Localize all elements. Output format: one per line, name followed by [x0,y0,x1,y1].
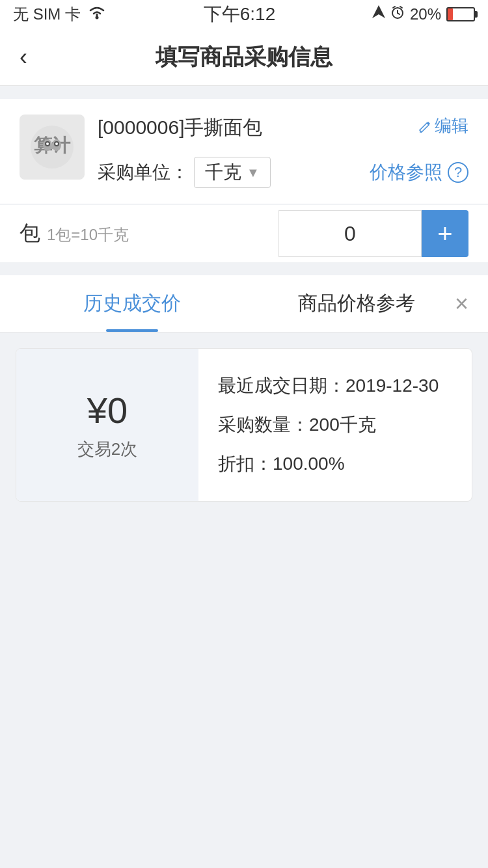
svg-line-6 [400,7,402,8]
tab-product-label: 商品价格参考 [298,290,415,317]
unit-select-dropdown[interactable]: 千克 ▼ [194,157,271,188]
price-ref-label: 价格参照 [370,160,442,185]
product-name-row: [0000006]手撕面包 编辑 [98,115,468,141]
price-value: 0 [107,390,128,431]
unit-value: 千克 [205,160,241,185]
history-price-card: ¥0 交易2次 最近成交日期：2019-12-30 采购数量：200千克 折扣：… [16,348,472,502]
discount-label: 折扣： [218,454,273,474]
wifi-icon [87,5,107,23]
chevron-down-icon: ▼ [247,165,260,180]
tab-close-button[interactable]: × [448,284,475,324]
tab-history-price[interactable]: 历史成交价 [20,275,244,332]
tab-history-label: 历史成交价 [83,290,181,317]
quantity-input[interactable]: 0 [278,210,422,257]
quantity-controls: 0 + [278,210,468,257]
history-price-left: ¥0 交易2次 [16,349,198,501]
quantity-section: 包 1包=10千克 0 + [0,205,488,262]
product-card: 算计 [0000006]手撕面包 [0,99,488,204]
product-header: 算计 [0000006]手撕面包 [20,115,468,188]
nav-bar: ‹ 填写商品采购信息 [0,29,488,86]
unit-label: 采购单位： [98,160,189,185]
edit-label: 编辑 [435,115,468,137]
status-left: 无 SIM 卡 [13,4,107,25]
help-symbol: ? [454,164,462,181]
gps-icon [372,5,385,23]
svg-point-13 [46,142,49,145]
product-image: 算计 [29,124,75,170]
tabs-section: 历史成交价 商品价格参考 × [0,275,488,332]
time-display: 下午6:12 [204,2,276,27]
product-thumbnail: 算计 [20,115,85,180]
price-reference-button[interactable]: 价格参照 ? [370,160,468,185]
svg-line-5 [393,7,395,8]
page-title: 填写商品采购信息 [156,42,332,72]
plus-icon: + [437,219,452,249]
purchase-qty-label: 采购数量： [218,414,309,435]
status-bar: 无 SIM 卡 下午6:12 20% [0,0,488,29]
purchase-qty-row: 采购数量：200千克 [218,411,452,439]
tab-active-indicator [106,329,158,332]
history-detail-right: 最近成交日期：2019-12-30 采购数量：200千克 折扣：100.00% [198,349,472,501]
last-deal-label: 最近成交日期： [218,375,346,396]
history-price-display: ¥0 [87,389,128,431]
alarm-icon [390,5,405,23]
content-area: ¥0 交易2次 最近成交日期：2019-12-30 采购数量：200千克 折扣：… [0,348,488,739]
battery-percentage: 20% [410,5,441,23]
svg-marker-1 [372,5,385,18]
last-deal-date: 2019-12-30 [346,375,439,396]
quantity-conversion: 1包=10千克 [47,224,129,245]
tab-product-price[interactable]: 商品价格参考 [244,275,468,332]
discount-value: 100.00% [273,454,345,474]
svg-point-0 [96,16,99,20]
svg-point-14 [55,142,58,145]
edit-button[interactable]: 编辑 [418,115,468,137]
quantity-label-group: 包 1包=10千克 [20,219,129,248]
discount-row: 折扣：100.00% [218,450,452,478]
battery-icon [446,7,475,21]
purchase-unit-row: 采购单位： 千克 ▼ 价格参照 ? [98,157,468,188]
product-info: [0000006]手撕面包 编辑 采购单位： 千克 ▼ [98,115,468,188]
last-deal-date-row: 最近成交日期：2019-12-30 [218,372,452,400]
help-icon: ? [448,162,468,183]
svg-line-4 [398,13,400,14]
product-full-name: [0000006]手撕面包 [98,115,262,141]
status-right: 20% [372,5,475,23]
quantity-plus-button[interactable]: + [422,210,468,257]
quantity-value: 0 [344,222,356,246]
back-button[interactable]: ‹ [20,44,27,71]
network-label: 无 SIM 卡 [13,4,81,25]
quantity-unit: 包 [20,219,40,248]
edit-icon [418,119,432,133]
unit-selector-group: 采购单位： 千克 ▼ [98,157,271,188]
currency-symbol: ¥ [87,390,107,431]
trade-count: 交易2次 [77,438,137,461]
purchase-qty-value: 200千克 [309,414,376,435]
